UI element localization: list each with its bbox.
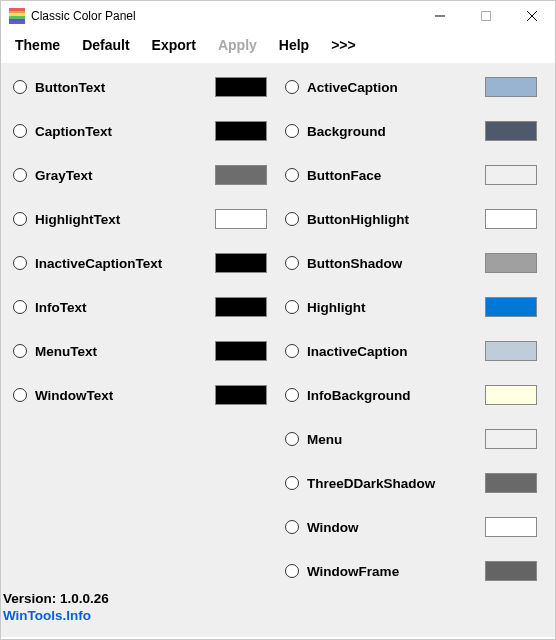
color-row-highlighttext: HighlightText [13, 197, 273, 241]
radio-windowtext[interactable] [13, 388, 27, 402]
swatch-inactivecaption[interactable] [485, 341, 537, 361]
menu-theme[interactable]: Theme [15, 37, 60, 53]
radio-highlighttext[interactable] [13, 212, 27, 226]
swatch-windowtext[interactable] [215, 385, 267, 405]
footer: Version: 1.0.0.26 WinTools.Info [3, 591, 109, 623]
radio-inactivecaptiontext[interactable] [13, 256, 27, 270]
color-column-left: ButtonTextCaptionTextGrayTextHighlightTe… [13, 65, 273, 417]
radio-windowframe[interactable] [285, 564, 299, 578]
minimize-button[interactable] [417, 1, 463, 31]
swatch-window[interactable] [485, 517, 537, 537]
radio-buttonhighlight[interactable] [285, 212, 299, 226]
color-column-right: ActiveCaptionBackgroundButtonFaceButtonH… [285, 65, 543, 593]
app-icon [9, 8, 25, 24]
label-inactivecaptiontext: InactiveCaptionText [35, 256, 215, 271]
radio-infotext[interactable] [13, 300, 27, 314]
label-graytext: GrayText [35, 168, 215, 183]
label-infobackground: InfoBackground [307, 388, 485, 403]
swatch-buttonshadow[interactable] [485, 253, 537, 273]
menu-default[interactable]: Default [82, 37, 129, 53]
radio-highlight[interactable] [285, 300, 299, 314]
radio-background[interactable] [285, 124, 299, 138]
color-row-window: Window [285, 505, 543, 549]
menu-[interactable]: >>> [331, 37, 356, 53]
color-row-inactivecaption: InactiveCaption [285, 329, 543, 373]
color-row-threeddarkshadow: ThreeDDarkShadow [285, 461, 543, 505]
window-title: Classic Color Panel [31, 9, 136, 23]
label-windowframe: WindowFrame [307, 564, 485, 579]
label-activecaption: ActiveCaption [307, 80, 485, 95]
radio-graytext[interactable] [13, 168, 27, 182]
label-background: Background [307, 124, 485, 139]
label-highlight: Highlight [307, 300, 485, 315]
color-row-buttonhighlight: ButtonHighlight [285, 197, 543, 241]
color-row-captiontext: CaptionText [13, 109, 273, 153]
color-row-highlight: Highlight [285, 285, 543, 329]
swatch-background[interactable] [485, 121, 537, 141]
label-captiontext: CaptionText [35, 124, 215, 139]
swatch-menu[interactable] [485, 429, 537, 449]
color-row-background: Background [285, 109, 543, 153]
color-row-inactivecaptiontext: InactiveCaptionText [13, 241, 273, 285]
maximize-button [463, 1, 509, 31]
menu-help[interactable]: Help [279, 37, 309, 53]
label-buttonface: ButtonFace [307, 168, 485, 183]
label-buttontext: ButtonText [35, 80, 215, 95]
color-row-graytext: GrayText [13, 153, 273, 197]
wintools-link[interactable]: WinTools.Info [3, 608, 109, 623]
color-row-windowframe: WindowFrame [285, 549, 543, 593]
label-highlighttext: HighlightText [35, 212, 215, 227]
label-threeddarkshadow: ThreeDDarkShadow [307, 476, 485, 491]
menubar: ThemeDefaultExportApplyHelp>>> [1, 31, 555, 63]
radio-menu[interactable] [285, 432, 299, 446]
color-row-menu: Menu [285, 417, 543, 461]
titlebar: Classic Color Panel [1, 1, 555, 31]
radio-window[interactable] [285, 520, 299, 534]
swatch-threeddarkshadow[interactable] [485, 473, 537, 493]
color-row-buttonshadow: ButtonShadow [285, 241, 543, 285]
menu-apply: Apply [218, 37, 257, 53]
swatch-highlighttext[interactable] [215, 209, 267, 229]
version-label: Version: 1.0.0.26 [3, 591, 109, 606]
color-row-activecaption: ActiveCaption [285, 65, 543, 109]
label-inactivecaption: InactiveCaption [307, 344, 485, 359]
svg-rect-1 [482, 12, 491, 21]
swatch-infobackground[interactable] [485, 385, 537, 405]
content-area: ButtonTextCaptionTextGrayTextHighlightTe… [1, 63, 555, 637]
swatch-buttonface[interactable] [485, 165, 537, 185]
swatch-buttontext[interactable] [215, 77, 267, 97]
color-row-menutext: MenuText [13, 329, 273, 373]
radio-buttonface[interactable] [285, 168, 299, 182]
radio-captiontext[interactable] [13, 124, 27, 138]
swatch-graytext[interactable] [215, 165, 267, 185]
color-row-buttontext: ButtonText [13, 65, 273, 109]
close-button[interactable] [509, 1, 555, 31]
swatch-infotext[interactable] [215, 297, 267, 317]
radio-buttonshadow[interactable] [285, 256, 299, 270]
radio-buttontext[interactable] [13, 80, 27, 94]
radio-infobackground[interactable] [285, 388, 299, 402]
label-buttonshadow: ButtonShadow [307, 256, 485, 271]
label-infotext: InfoText [35, 300, 215, 315]
color-row-buttonface: ButtonFace [285, 153, 543, 197]
label-menutext: MenuText [35, 344, 215, 359]
swatch-highlight[interactable] [485, 297, 537, 317]
color-row-infobackground: InfoBackground [285, 373, 543, 417]
label-window: Window [307, 520, 485, 535]
swatch-captiontext[interactable] [215, 121, 267, 141]
label-buttonhighlight: ButtonHighlight [307, 212, 485, 227]
swatch-inactivecaptiontext[interactable] [215, 253, 267, 273]
swatch-windowframe[interactable] [485, 561, 537, 581]
menu-export[interactable]: Export [152, 37, 196, 53]
swatch-buttonhighlight[interactable] [485, 209, 537, 229]
radio-threeddarkshadow[interactable] [285, 476, 299, 490]
color-row-infotext: InfoText [13, 285, 273, 329]
label-menu: Menu [307, 432, 485, 447]
radio-menutext[interactable] [13, 344, 27, 358]
color-row-windowtext: WindowText [13, 373, 273, 417]
swatch-menutext[interactable] [215, 341, 267, 361]
label-windowtext: WindowText [35, 388, 215, 403]
radio-activecaption[interactable] [285, 80, 299, 94]
radio-inactivecaption[interactable] [285, 344, 299, 358]
swatch-activecaption[interactable] [485, 77, 537, 97]
